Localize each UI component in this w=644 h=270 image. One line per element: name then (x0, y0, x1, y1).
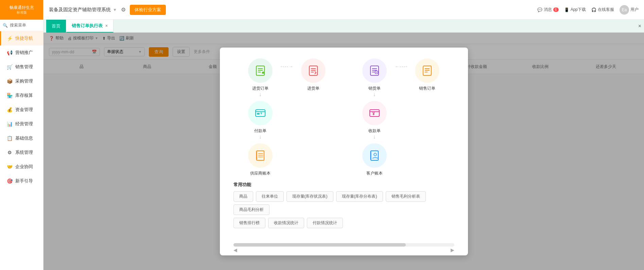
app-download-label: App下载 (571, 7, 586, 13)
tab-home[interactable]: 首页 (46, 20, 66, 33)
purchase-bill-icon (301, 58, 326, 83)
flow-node-payment[interactable]: ¥ 付款单 (240, 101, 281, 134)
sidebar-item-quick-nav[interactable]: ⚡快捷导航 (0, 31, 43, 46)
enterprise-icon: 🤝 (6, 164, 13, 170)
svg-rect-28 (370, 151, 371, 160)
svg-rect-9 (257, 151, 264, 160)
common-btn-4[interactable]: 销售毛利分析表 (386, 191, 426, 202)
common-functions-section: 常用功能 商品往来单位现存量(库存状况表)现存量(库存分布表)销售毛利分析表商品… (233, 182, 454, 228)
purchase-order-label: 进货订单 (252, 86, 268, 91)
message-badge: 6 (553, 7, 559, 12)
svg-text:¥: ¥ (260, 111, 262, 115)
message-btn[interactable]: 💬 消息 6 (537, 7, 559, 13)
scrollbar-thumb[interactable] (233, 243, 406, 247)
sidebar-item-inventory[interactable]: 🏪库存核算 (0, 88, 43, 103)
payment-icon: ¥ (248, 101, 273, 125)
logo-text: 畅康通好生意 标准版 (10, 5, 34, 15)
common-btn-7[interactable]: 收款情况统计 (268, 218, 304, 228)
message-label: 消息 (544, 7, 552, 13)
sidebar-item-system[interactable]: ⚙系统管理 (0, 145, 43, 160)
modal-scroll-area: ◀ ▶ (220, 242, 468, 255)
flow-node-receipt[interactable]: ¥ 收款单 (354, 101, 395, 134)
arrow-h-1: - - - - → (281, 58, 293, 69)
receipt-label: 收款单 (368, 128, 381, 134)
sidebar-item-operation[interactable]: 📊经营管理 (0, 117, 43, 131)
sidebar-item-purchase[interactable]: 📦采购管理 (0, 74, 43, 88)
user-label: 用户 (630, 7, 639, 13)
common-btn-6[interactable]: 销售排行榜 (233, 218, 265, 228)
modal-overlay[interactable]: 进货订单 ↓ ¥ 付款单 ↓ (43, 33, 644, 270)
chevron-down-icon[interactable]: ▼ (113, 7, 117, 12)
finance-icon: 💰 (6, 107, 13, 113)
operation-icon: 📊 (6, 121, 13, 127)
message-icon: 💬 (537, 7, 542, 12)
arrow-down-3: ↓ (259, 134, 262, 141)
tab-bar: 首页 销售订单执行表 × × (43, 20, 644, 33)
arrow-down-2: ↓ (373, 91, 376, 98)
flow-node-sale-bill[interactable]: 销货单 (354, 58, 395, 91)
common-btn-8[interactable]: 付款情况统计 (307, 218, 343, 228)
arrow-down-1: ↓ (259, 91, 262, 98)
common-btn-5[interactable]: 商品毛利分析 (233, 204, 269, 215)
inventory-icon: 🏪 (6, 92, 13, 98)
sale-bill-label: 销货单 (368, 86, 381, 91)
modal-scrollbar[interactable] (233, 243, 454, 247)
receipt-icon: ¥ (362, 101, 387, 125)
tab-bar-close-btn[interactable]: × (638, 23, 641, 29)
arrow-down-4: ↓ (373, 134, 376, 141)
search-label: 搜索菜单 (10, 22, 26, 28)
main-area: 装备及固定资产辅助管理系统 ▼ ⚙ 体验行业方案 💬 消息 6 📱 App下载 … (43, 0, 644, 270)
svg-rect-7 (257, 113, 260, 114)
system-icon: ⚙ (6, 149, 13, 156)
experience-btn[interactable]: 体验行业方案 (130, 5, 166, 15)
flow-node-supplier-ledger[interactable]: 供应商账本 (240, 143, 281, 176)
user-area[interactable]: Ea 用户 (620, 5, 639, 15)
sidebar-item-sales[interactable]: 🛒销售管理 (0, 60, 43, 74)
flow-node-customer-ledger[interactable]: 客户账本 (354, 143, 395, 176)
app-download-btn[interactable]: 📱 App下载 (564, 7, 586, 13)
flow-node-sale-order[interactable]: 销售订单 (407, 58, 448, 91)
common-btns-row-2: 销售排行榜收款情况统计付款情况统计 (233, 218, 454, 228)
logo-line2: 标准版 (10, 10, 34, 15)
purchase-bill-label: 进货单 (307, 86, 319, 91)
purchase-icon: 📦 (6, 78, 13, 84)
sidebar-item-finance[interactable]: 💰资金管理 (0, 103, 43, 117)
tab-home-label: 首页 (52, 23, 60, 29)
supplier-ledger-icon (248, 143, 273, 168)
common-btn-3[interactable]: 现存量(库存分布表) (336, 191, 383, 202)
content-area: ❓ 帮助 🖨 按模板打印 ▼ ⬆ 导出 🔄 刷新 (43, 33, 644, 270)
common-btn-0[interactable]: 商品 (233, 191, 253, 202)
avatar: Ea (620, 5, 629, 15)
common-btn-2[interactable]: 现存量(库存状况表) (286, 191, 333, 202)
sidebar-item-guide[interactable]: 🎯新手引导 (0, 174, 43, 188)
scroll-left-arrow[interactable]: ◀ (233, 247, 237, 253)
supplier-ledger-label: 供应商账本 (250, 170, 271, 176)
tab-close-btn[interactable]: × (105, 23, 108, 28)
scroll-right-arrow[interactable]: ▶ (451, 247, 454, 253)
modal-content: 进货订单 ↓ ¥ 付款单 ↓ (220, 48, 468, 242)
logo-line1: 畅康通好生意 (10, 5, 34, 11)
sidebar-nav: ⚡快捷导航📢营销推广🛒销售管理📦采购管理🏪库存核算💰资金管理📊经营管理📋基础信息… (0, 31, 43, 188)
col-purchase: 进货订单 ↓ ¥ 付款单 ↓ (240, 58, 281, 176)
flow-node-purchase-order[interactable]: 进货订单 (240, 58, 281, 91)
col-sale-order: 销售订单 (407, 58, 448, 125)
sidebar-item-enterprise[interactable]: 🤝企业协同 (0, 160, 43, 174)
common-btn-1[interactable]: 往来单位 (256, 191, 284, 202)
topbar-right: 💬 消息 6 📱 App下载 🎧 在线客服 Ea 用户 (537, 5, 639, 15)
online-service-btn[interactable]: 🎧 在线客服 (591, 7, 614, 13)
sidebar-item-marketing[interactable]: 📢营销推广 (0, 46, 43, 60)
sidebar-item-basic[interactable]: 📋基础信息 (0, 131, 43, 145)
headset-icon: 🎧 (591, 7, 596, 12)
topbar: 装备及固定资产辅助管理系统 ▼ ⚙ 体验行业方案 💬 消息 6 📱 App下载 … (43, 0, 644, 20)
search-menu[interactable]: 🔍 搜索菜单 (0, 20, 43, 31)
tab-sales-order[interactable]: 销售订单执行表 × (66, 20, 114, 33)
flow-node-purchase-bill[interactable]: 进货单 (293, 58, 334, 91)
system-title-area: 装备及固定资产辅助管理系统 ▼ (49, 7, 117, 13)
settings-icon[interactable]: ⚙ (121, 6, 126, 13)
col-sale-bill: 销货单 ↓ ¥ 收款单 ↓ (354, 58, 395, 176)
logo-area: 畅康通好生意 标准版 (0, 0, 43, 20)
svg-marker-4 (262, 71, 264, 74)
customer-ledger-icon (362, 143, 387, 168)
online-service-label: 在线客服 (598, 7, 614, 13)
search-icon: 🔍 (3, 23, 8, 28)
